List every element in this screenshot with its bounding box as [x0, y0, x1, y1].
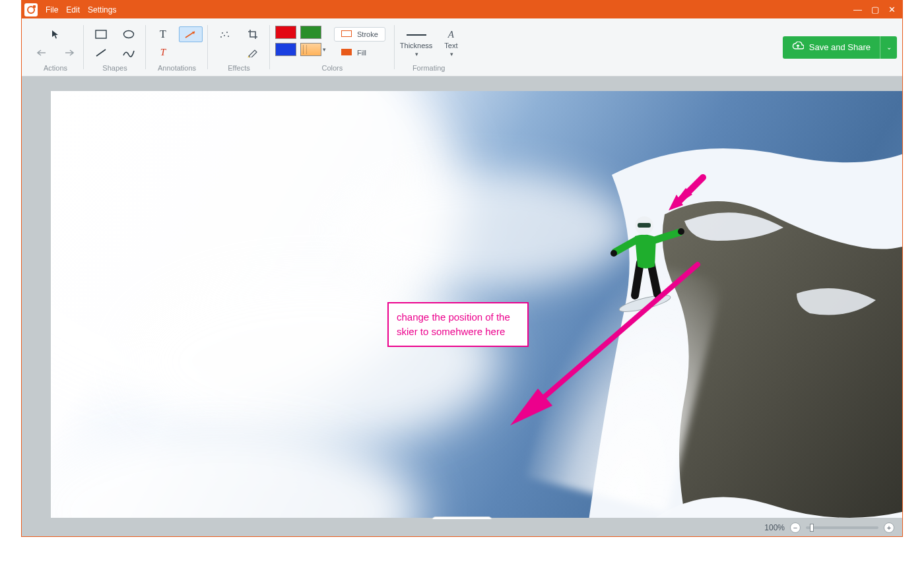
ribbon: Actions — [22, 18, 902, 77]
chevron-down-icon: ▾ — [450, 51, 453, 57]
svg-point-4 — [222, 32, 223, 34]
svg-point-1 — [124, 30, 134, 38]
svg-point-5 — [226, 32, 228, 33]
fill-swatch-icon — [341, 49, 352, 57]
titlebar: File Edit Settings — ▢ ✕ — [22, 1, 902, 18]
group-label-actions: Actions — [44, 64, 67, 75]
text-format-label: Text — [444, 42, 457, 49]
rectangle-tool[interactable] — [89, 26, 113, 42]
save-share-button[interactable]: Save and Share — [783, 36, 880, 59]
svg-rect-0 — [96, 30, 106, 38]
svg-point-12 — [618, 292, 671, 315]
zoom-slider-thumb[interactable] — [810, 524, 814, 532]
crop-tool[interactable] — [241, 26, 265, 42]
save-share-dropdown[interactable]: ⌄ — [880, 36, 897, 59]
color-dropdown-icon[interactable]: ▾ — [323, 46, 326, 53]
svg-point-7 — [228, 36, 229, 37]
zoom-out-button[interactable]: − — [790, 522, 801, 533]
group-colors: ▾ Stroke Fill — [270, 18, 395, 76]
undo-button[interactable] — [32, 45, 53, 61]
text-tool[interactable]: T — [151, 26, 175, 42]
zoom-slider[interactable] — [806, 526, 878, 529]
save-share-label: Save and Share — [809, 42, 871, 52]
stroke-swatch-icon — [341, 30, 352, 38]
fill-label: Fill — [357, 49, 366, 57]
svg-rect-10 — [341, 49, 352, 55]
svg-point-8 — [220, 36, 222, 38]
redo-button[interactable] — [57, 45, 79, 61]
close-button[interactable]: ✕ — [888, 5, 896, 15]
ellipse-tool[interactable] — [117, 26, 141, 42]
zoom-value: 100% — [764, 523, 785, 532]
skier-graphic — [609, 203, 688, 315]
text-color-tool[interactable]: T — [151, 45, 175, 61]
color-swatch-green[interactable] — [300, 26, 321, 39]
menu-file[interactable]: File — [46, 5, 58, 15]
maximize-button[interactable]: ▢ — [871, 5, 879, 15]
freehand-tool[interactable] — [117, 45, 141, 61]
group-label-formatting: Formating — [412, 64, 446, 75]
app-window: File Edit Settings — ▢ ✕ — [21, 0, 903, 537]
svg-point-13 — [610, 250, 617, 257]
thickness-label: Thickness — [400, 42, 433, 49]
thickness-dropdown[interactable]: Thickness ▾ — [400, 30, 433, 57]
app-icon — [24, 3, 38, 16]
group-label-annotations: Annotations — [158, 64, 196, 75]
group-formatting: Thickness ▾ A Text ▾ Formating — [395, 18, 463, 76]
group-shapes: Shapes — [84, 18, 146, 76]
text-format-dropdown[interactable]: A Text ▾ — [444, 30, 457, 57]
zoom-in-button[interactable]: + — [884, 522, 894, 533]
svg-rect-16 — [638, 223, 651, 228]
canvas[interactable]: change the position of the skier to some… — [51, 91, 902, 518]
statusbar: 100% − + — [22, 519, 902, 536]
workarea: change the position of the skier to some… — [22, 77, 902, 536]
group-actions: Actions — [27, 18, 84, 76]
group-annotations: T T Annotations — [146, 18, 208, 76]
cloud-upload-icon — [792, 42, 804, 53]
color-swatch-blue[interactable] — [275, 43, 296, 56]
save-share: Save and Share ⌄ — [783, 36, 897, 59]
group-label-effects: Effects — [228, 64, 249, 75]
pointer-tool[interactable] — [45, 26, 66, 42]
svg-point-14 — [678, 228, 684, 235]
stroke-label: Stroke — [357, 30, 378, 38]
chevron-down-icon: ⌄ — [886, 44, 892, 51]
stroke-button[interactable]: Stroke — [334, 27, 385, 42]
annotation-note-text: change the position of the skier to some… — [397, 311, 510, 337]
line-tool[interactable] — [89, 45, 113, 61]
group-label-shapes: Shapes — [102, 64, 127, 75]
chevron-down-icon: ▾ — [415, 51, 418, 57]
blur-tool[interactable] — [213, 26, 237, 42]
highlighter-tool[interactable] — [241, 45, 265, 61]
group-effects: Effects — [208, 18, 270, 76]
group-label-colors: Colors — [322, 64, 343, 75]
minimize-button[interactable]: — — [853, 5, 862, 15]
menu-edit[interactable]: Edit — [66, 5, 80, 15]
arrow-tool[interactable] — [179, 26, 203, 42]
fill-button[interactable]: Fill — [334, 46, 385, 60]
menu-settings[interactable]: Settings — [88, 5, 116, 15]
annotation-note[interactable]: change the position of the skier to some… — [387, 302, 529, 347]
color-swatch-gradient[interactable] — [300, 43, 321, 56]
svg-line-2 — [96, 49, 106, 56]
color-swatch-red[interactable] — [275, 26, 296, 39]
svg-point-6 — [224, 35, 225, 36]
svg-rect-9 — [341, 30, 352, 37]
